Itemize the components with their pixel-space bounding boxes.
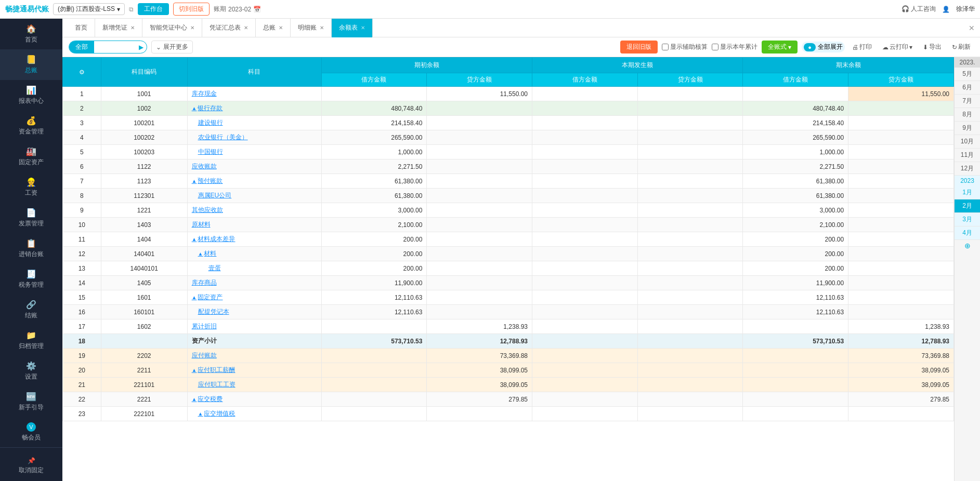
- cal-expand-icon[interactable]: ⊕: [955, 240, 980, 251]
- row-ps-debit: [321, 392, 427, 407]
- cal-month-1[interactable]: 1月: [955, 186, 980, 199]
- account-name-link[interactable]: 原材料: [192, 221, 211, 228]
- close-all-tabs[interactable]: ✕: [969, 24, 975, 32]
- tab-voucher-summary-close[interactable]: ✕: [244, 25, 248, 31]
- sidebar-item-member[interactable]: V 畅会员: [0, 417, 62, 447]
- print-button[interactable]: 🖨 打印: [849, 41, 875, 53]
- account-name-link[interactable]: 惠属EU公司: [198, 192, 232, 199]
- cal-month-12[interactable]: 12月: [955, 162, 980, 176]
- cal-month-6[interactable]: 6月: [955, 81, 980, 95]
- sidebar-item-home[interactable]: 🏠 首页: [0, 19, 62, 49]
- payroll-icon: 👷: [26, 177, 36, 187]
- company-selector[interactable]: (勿删) 江西股壶-LSS ▾: [53, 3, 125, 15]
- account-name-link[interactable]: ▲固定资产: [192, 293, 223, 301]
- sidebar-item-ledger[interactable]: 📒 总账: [0, 49, 62, 80]
- refresh-button[interactable]: ↻ 刷新: [949, 41, 974, 53]
- tab-new-voucher-close[interactable]: ✕: [130, 25, 135, 31]
- row-ps-credit: 73,369.88: [427, 349, 532, 363]
- cal-month-4[interactable]: 4月: [955, 226, 980, 240]
- account-name-link[interactable]: ▲应付职工薪酬: [192, 366, 236, 373]
- tab-balance-close[interactable]: ✕: [361, 25, 365, 31]
- tab-detail-ledger[interactable]: 明细账 ✕: [291, 19, 332, 37]
- account-name-link[interactable]: ▲应交增值税: [198, 410, 236, 417]
- sidebar-item-guide[interactable]: 🆕 新手引导: [0, 386, 62, 417]
- account-name-link[interactable]: ▲银行存款: [192, 104, 223, 112]
- cal-month-7[interactable]: 7月: [955, 95, 980, 108]
- row-cp-credit: [637, 247, 743, 261]
- account-name-link[interactable]: 库存商品: [192, 279, 217, 286]
- account-name-link[interactable]: 其他应收款: [192, 206, 223, 213]
- cal-year-prev[interactable]: 2023.: [955, 57, 980, 68]
- cloud-print-button[interactable]: ☁ 云打印 ▾: [879, 41, 916, 53]
- row-cp-debit: [532, 87, 638, 101]
- account-name-link[interactable]: ▲材料成本差异: [192, 235, 236, 243]
- sidebar-item-payroll[interactable]: 👷 工资: [0, 172, 62, 203]
- cal-month-3[interactable]: 3月: [955, 213, 980, 226]
- full-style-button[interactable]: 全账式 ▾: [762, 41, 798, 54]
- sidebar-item-settings[interactable]: ⚙️ 设置: [0, 356, 62, 386]
- sidebar-item-fund[interactable]: 💰 资金管理: [0, 111, 62, 141]
- cal-month-5[interactable]: 5月: [955, 68, 980, 81]
- sidebar-item-assets[interactable]: 🏭 固定资产: [0, 141, 62, 172]
- sidebar-item-tax[interactable]: 🧾 税务管理: [0, 264, 62, 295]
- cal-month-8[interactable]: 8月: [955, 108, 980, 122]
- expand-more-button[interactable]: ⌄ 展开更多: [151, 41, 193, 54]
- th-settings[interactable]: ⚙: [63, 58, 101, 87]
- calendar-icon[interactable]: 📅: [253, 6, 261, 13]
- sidebar-item-close[interactable]: 🔗 结账: [0, 295, 62, 325]
- account-name-link[interactable]: 应付账款: [192, 352, 217, 359]
- ai-consult[interactable]: 🎧 人工咨询: [901, 5, 936, 14]
- account-name-link[interactable]: ▲应交税费: [192, 395, 223, 403]
- switch-old-button[interactable]: 切到旧版: [173, 3, 210, 16]
- tab-general-ledger-close[interactable]: ✕: [279, 25, 283, 31]
- account-name-link[interactable]: 应付职工工资: [198, 381, 236, 388]
- filter-arrow-icon[interactable]: ▶: [136, 42, 147, 52]
- sidebar-item-invoice[interactable]: 📄 发票管理: [0, 203, 62, 233]
- account-name-link[interactable]: 农业银行（美金）: [198, 133, 248, 141]
- user-avatar[interactable]: 👤: [942, 6, 950, 13]
- filter-all-button[interactable]: 全部: [69, 41, 94, 53]
- show-aux-checkbox[interactable]: 显示辅助核算: [662, 43, 708, 51]
- sidebar-item-report[interactable]: 📊 报表中心: [0, 80, 62, 111]
- tab-general-ledger[interactable]: 总账 ✕: [256, 19, 291, 37]
- th-ps-credit: 贷方金额: [427, 73, 532, 87]
- show-ytd-checkbox[interactable]: 显示本年累计: [712, 43, 757, 51]
- tab-detail-ledger-close[interactable]: ✕: [320, 25, 324, 31]
- cal-month-10[interactable]: 10月: [955, 135, 980, 149]
- account-name-link[interactable]: 配提凭记本: [198, 308, 229, 315]
- export-button[interactable]: ⬇ 导出: [920, 41, 945, 53]
- row-ps-debit: 12,110.63: [321, 305, 427, 319]
- unpin-button[interactable]: 📌 取消固定: [0, 452, 62, 480]
- tab-balance[interactable]: 余额表 ✕: [332, 19, 373, 37]
- main-table-area: ⚙ 科目编码 科目 期初余额 本期发生额 期末余额 借方金额 贷方金额 借方金额…: [62, 57, 954, 481]
- tab-smart-voucher[interactable]: 智能凭证中心 ✕: [142, 19, 202, 37]
- filter-input[interactable]: [94, 42, 136, 52]
- return-old-button[interactable]: 退回旧版: [620, 41, 658, 54]
- cal-month-9[interactable]: 9月: [955, 122, 980, 135]
- close-period-icon: 🔗: [26, 300, 36, 310]
- tab-smart-voucher-close[interactable]: ✕: [190, 25, 194, 31]
- tab-home[interactable]: 首页: [68, 19, 95, 37]
- cal-month-2[interactable]: 2月: [955, 199, 980, 213]
- account-name-link[interactable]: 应收账款: [192, 163, 217, 170]
- row-code: 1123: [101, 174, 187, 189]
- account-name-link[interactable]: 库存现金: [192, 90, 217, 97]
- account-name-link[interactable]: 壹蛋: [208, 264, 221, 272]
- tab-new-voucher[interactable]: 新增凭证 ✕: [95, 19, 142, 37]
- copy-icon[interactable]: ⧉: [129, 6, 134, 13]
- account-name-link[interactable]: 累计折旧: [192, 323, 217, 330]
- cal-year-curr[interactable]: 2023: [955, 176, 980, 186]
- row-ps-credit: [427, 116, 532, 130]
- sidebar-item-archive[interactable]: 📁 归档管理: [0, 325, 62, 356]
- row-name: ▲材料: [187, 247, 321, 261]
- sidebar-item-sales[interactable]: 📋 进销台账: [0, 233, 62, 264]
- cal-month-11[interactable]: 11月: [955, 149, 980, 162]
- tab-new-voucher-label: 新增凭证: [102, 23, 127, 32]
- workbench-button[interactable]: 工作台: [138, 3, 169, 15]
- account-name-link[interactable]: 建设银行: [198, 119, 223, 126]
- account-name-link[interactable]: ▲材料: [198, 250, 217, 257]
- tab-voucher-summary[interactable]: 凭证汇总表 ✕: [202, 19, 256, 37]
- account-name-link[interactable]: 中国银行: [198, 148, 223, 155]
- account-name-link[interactable]: ▲预付账款: [192, 177, 223, 184]
- toggle-on[interactable]: ●: [804, 43, 816, 51]
